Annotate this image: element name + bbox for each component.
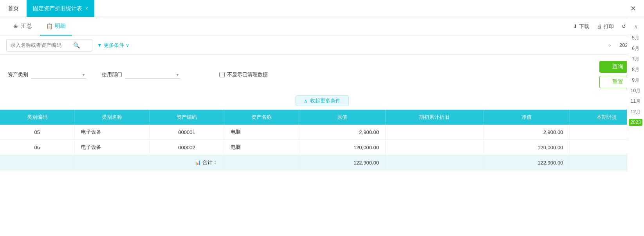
cell-asset-code: 000001 [149,125,224,140]
total-cell-name: 📊合计： [74,155,224,170]
search-bar: 🔍 ▼ 更多条件 ∨ › 2023.01 [0,36,644,55]
sidebar-month-item[interactable]: 7月 [631,54,640,64]
dept-label: 使用部门 [102,71,122,78]
collapse-up-icon: ∧ [304,98,308,104]
total-icon: 📊 [195,159,201,165]
table-container: 类别编码 类别名称 资产编码 资产名称 原值 期初累计折旧 净值 本期计提 05… [0,110,644,236]
summary-tab-label: 汇总 [21,23,32,30]
asset-type-label: 资产类别 [8,71,28,78]
table-body: 05 电子设备 000001 电脑 2,900.00 2,900.00 05 电… [0,125,644,170]
cell-category-code: 05 [0,140,74,155]
year-badge[interactable]: 2023 [629,119,642,126]
cell-category-name: 电子设备 [74,125,149,140]
dept-filter: 使用部门 ▾ [102,71,180,79]
home-nav-item[interactable]: 首页 [0,0,27,17]
total-cell-asset-name [224,155,299,170]
top-navigation: 首页 固定资产折旧统计表 × ✕ [0,0,644,17]
total-row: 📊合计： 122,900.00 122,900.00 [0,155,644,170]
cell-category-code: 05 [0,125,74,140]
cell-original-value: 2,900.00 [299,125,386,140]
cell-accumulated-depreciation [385,140,483,155]
download-button[interactable]: ⬇ 下载 [573,23,589,30]
tab-close-icon[interactable]: × [85,6,88,11]
tab-label: 固定资产折旧统计表 [33,5,82,12]
cell-asset-code: 000002 [149,140,224,155]
asset-type-select[interactable] [31,71,86,79]
col-category-code: 类别编码 [0,110,74,125]
download-icon: ⬇ [573,23,577,29]
hide-cleared-group: 不显示已清理数据 [219,71,268,78]
sidebar-month-item[interactable]: 6月 [631,43,640,54]
table-row: 05 电子设备 000001 电脑 2,900.00 2,900.00 [0,125,644,140]
refresh-icon: ↺ [622,23,626,29]
sub-tab-bar: ⊕ 汇总 📋 明细 ⬇ 下载 🖨 打印 ↺ 刷新 [0,17,644,36]
download-label: 下载 [579,23,589,30]
nav-right-button[interactable]: › [605,41,615,50]
hide-cleared-checkbox[interactable] [219,72,225,77]
sidebar-month-item[interactable]: 10月 [631,86,640,96]
collapse-button-row: ∧ 收起更多条件 [8,93,636,106]
sidebar-nav-up[interactable]: ∧ [630,20,642,33]
summary-icon: ⊕ [13,23,19,29]
dept-select[interactable] [125,71,180,79]
cell-asset-name: 电脑 [224,140,299,155]
print-label: 打印 [604,23,614,30]
total-cell-original-value: 122,900.00 [299,155,386,170]
right-sidebar: ∧ 5月6月7月8月9月10月11月12月 2023 [627,17,644,236]
depreciation-table: 类别编码 类别名称 资产编码 资产名称 原值 期初累计折旧 净值 本期计提 05… [0,110,644,170]
cell-accumulated-depreciation [385,125,483,140]
detail-tab-label: 明细 [55,23,66,30]
active-tab[interactable]: 固定资产折旧统计表 × [27,0,94,17]
total-cell-code [0,155,74,170]
cell-net-value: 2,900.00 [483,125,570,140]
search-input-wrap: 🔍 [6,39,92,52]
tab-detail[interactable]: 📋 明细 [40,17,72,36]
sidebar-month-item[interactable]: 8月 [631,64,640,75]
month-list: 5月6月7月8月9月10月11月12月 [631,33,640,117]
hide-cleared-label: 不显示已清理数据 [227,71,268,78]
col-category-name: 类别名称 [74,110,149,125]
cell-net-value: 120,000.00 [483,140,570,155]
total-cell-net-value: 122,900.00 [483,155,570,170]
filter-row: 资产类别 ▾ 使用部门 ▾ 不显示已清理数据 查询 重置 [8,61,636,88]
cell-asset-name: 电脑 [224,125,299,140]
col-accumulated-depreciation: 期初累计折旧 [385,110,483,125]
cell-category-name: 电子设备 [74,140,149,155]
col-net-value: 净值 [483,110,570,125]
table-header: 类别编码 类别名称 资产编码 资产名称 原值 期初累计折旧 净值 本期计提 [0,110,644,125]
search-input[interactable] [11,42,73,48]
search-icon[interactable]: 🔍 [73,42,80,48]
print-button[interactable]: 🖨 打印 [597,23,614,30]
sidebar-month-item[interactable]: 5月 [631,33,640,43]
sidebar-month-item[interactable]: 11月 [631,96,640,107]
total-cell-accumulated [385,155,483,170]
cell-original-value: 120,000.00 [299,140,386,155]
table-row: 05 电子设备 000002 电脑 120,000.00 120,000.00 [0,140,644,155]
tab-summary[interactable]: ⊕ 汇总 [6,17,38,36]
col-asset-name: 资产名称 [224,110,299,125]
print-icon: 🖨 [597,23,602,29]
asset-type-filter: 资产类别 ▾ [8,71,86,79]
chevron-down-icon: ∨ [126,42,130,48]
col-asset-code: 资产编码 [149,110,224,125]
window-close-button[interactable]: ✕ [622,0,644,17]
detail-icon: 📋 [46,23,52,29]
sub-tabs: ⊕ 汇总 📋 明细 [6,17,72,36]
filter-area: 资产类别 ▾ 使用部门 ▾ 不显示已清理数据 查询 重置 [0,55,644,110]
collapse-label: 收起更多条件 [310,97,341,104]
sidebar-month-item[interactable]: 9月 [631,75,640,86]
filter-icon: ▼ [97,42,102,48]
collapse-more-conditions-button[interactable]: ∧ 收起更多条件 [296,95,349,106]
more-conditions-button[interactable]: ▼ 更多条件 ∨ [97,42,130,49]
sidebar-month-item[interactable]: 12月 [631,107,640,117]
filter-label: 更多条件 [104,42,124,49]
col-original-value: 原值 [299,110,386,125]
